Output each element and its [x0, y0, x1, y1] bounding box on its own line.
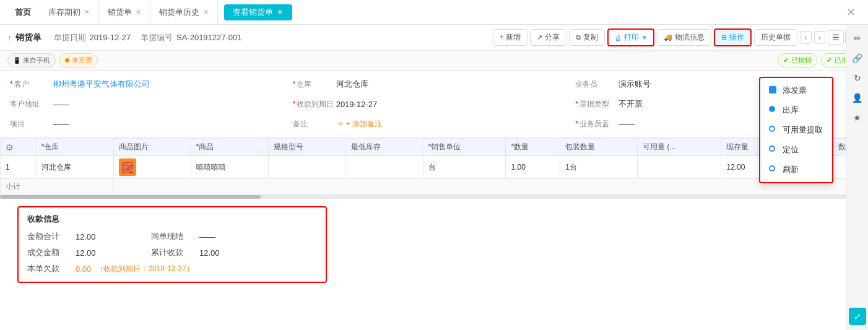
customer-addr-value: ——: [53, 100, 69, 109]
settings-icon[interactable]: ⚙: [6, 142, 14, 152]
tab-inventory-init-close[interactable]: ✕: [84, 8, 90, 16]
sidebar-link-button[interactable]: 🔗: [849, 50, 866, 67]
tab-home[interactable]: 首页: [6, 0, 40, 25]
ticket-type-value: 不开票: [618, 98, 643, 110]
cell-min-stock: [345, 156, 423, 179]
col-min-stock: 最低库存: [345, 139, 423, 156]
sidebar-rotate-button[interactable]: ↻: [849, 69, 866, 87]
main-area: ↑ 销货单 单据日期 2019-12-27 单据编号 SA-20191227-0…: [0, 25, 868, 330]
sidebar-edit-button[interactable]: ✏: [849, 30, 866, 47]
logistics-button[interactable]: 🚚 物流信息: [657, 29, 711, 46]
col-product: *商品: [191, 139, 268, 156]
share-button[interactable]: ↗ 分享: [530, 29, 566, 46]
product-image: 🧱: [119, 158, 136, 176]
payment-due-value: 2019-12-27: [336, 100, 378, 109]
balance-row: 本单欠款 0.00 （收款到期日：2019-12-27）: [27, 262, 275, 276]
form-meta-date: 单据日期 2019-12-27: [54, 32, 131, 43]
sidebar-star-button[interactable]: ★: [849, 109, 866, 126]
project-value: ——: [53, 119, 69, 129]
form-meta: 单据日期 2019-12-27 单据编号 SA-20191227-001: [54, 32, 493, 43]
locate-icon: [769, 145, 778, 154]
tab-sales-order-close[interactable]: ✕: [136, 8, 141, 16]
right-sidebar: ✏ 🔗 ↻ 👤 ★ ⤢: [846, 25, 868, 330]
print-button[interactable]: 🖨 打印 ▼: [607, 28, 654, 46]
cell-product-img: 🧱: [113, 156, 191, 179]
transaction-row: 成交金额 12.00: [27, 246, 151, 259]
balance-hint: （收款到期日：2019-12-27）: [96, 264, 193, 274]
view-list-button[interactable]: ☰: [828, 30, 844, 45]
cell-warehouse: 河北仓库: [36, 156, 113, 179]
form-fields: 客户 柳州粤港平安气体有限公司 仓库 河北仓库 业务员 演示账号 客户地址 ——…: [0, 71, 868, 137]
outbound-icon: [769, 106, 778, 115]
payment-info-box: 收款信息 金额合计 12.00 同单现结 —— 成交金额 12.00 累计收款 …: [17, 206, 327, 283]
refresh-icon: [769, 165, 778, 174]
customer-addr-field: 客户地址 ——: [10, 97, 293, 111]
remark-field: 备注 ＋ + 添加备注: [293, 116, 576, 131]
payment-grid: 金额合计 12.00 同单现结 —— 成交金额 12.00 累计收款 12.00…: [27, 230, 317, 276]
subtotal-label: 小计: [1, 179, 114, 195]
col-spec: 规格型号: [268, 139, 345, 156]
customer-value[interactable]: 柳州粤港平安气体有限公司: [53, 79, 150, 90]
dropdown-add-invoice[interactable]: 添发票: [760, 80, 832, 100]
not-opened-badge[interactable]: 未开票: [59, 53, 98, 67]
tab-bar: 首页 库存期初 ✕ 销货单 ✕ 销货单历史 ✕ 查看销货单 ✕ ✕: [0, 0, 868, 25]
warehouse-field: 仓库 河北仓库: [293, 77, 576, 92]
payment-due-field: 收款到期日 2019-12-27: [293, 97, 576, 111]
sidebar-user-button[interactable]: 👤: [849, 89, 866, 106]
cumulative-label: 累计收款: [151, 247, 194, 258]
cell-no: 1: [1, 156, 37, 179]
transaction-value: 12.00: [76, 248, 96, 258]
table-row: 1 河北仓库 🧱 嘻嘻嘻嘻 台 1.00 1台 12.00 0.: [1, 156, 868, 179]
cell-quantity: 1.00: [506, 156, 560, 179]
col-pack-qty: 包装数量: [560, 139, 638, 156]
scroll-indicator: [0, 195, 868, 199]
cell-pack-qty: 1台: [560, 156, 638, 179]
dropdown-available-qty[interactable]: 可用量提取: [760, 120, 832, 140]
form-meta-number: 单据编号 SA-20191227-001: [141, 32, 242, 43]
form-title-icon: ↑: [7, 33, 12, 42]
same-order-value: ——: [199, 232, 215, 241]
project-field: 项目 ——: [10, 116, 293, 131]
add-remark-button[interactable]: ＋ + 添加备注: [336, 118, 382, 129]
cell-product: 嘻嘻嘻嘻: [191, 156, 268, 179]
cell-spec: [268, 156, 345, 179]
cumulative-row: 累计收款 12.00: [151, 246, 275, 259]
scroll-thumb: [0, 195, 261, 199]
transaction-label: 成交金额: [27, 247, 71, 258]
nav-next[interactable]: ›: [814, 31, 825, 44]
col-sales-unit: *销售单位: [423, 139, 506, 156]
window-close-button[interactable]: ✕: [840, 6, 862, 19]
subtotal-row: 小计: [1, 179, 868, 195]
dropdown-outbound[interactable]: 出库: [760, 100, 832, 120]
tab-inventory-init[interactable]: 库存期初 ✕: [40, 0, 99, 25]
cell-sales-unit: 台: [423, 156, 506, 179]
new-button[interactable]: + 新增: [493, 29, 527, 46]
tab-sales-order[interactable]: 销货单 ✕: [99, 0, 150, 25]
tab-view-sales-order-close[interactable]: ✕: [277, 7, 284, 17]
operation-button[interactable]: ⊞ 操作: [714, 28, 752, 46]
form-header: ↑ 销货单 单据日期 2019-12-27 单据编号 SA-20191227-0…: [0, 25, 868, 51]
history-button[interactable]: 历史单据: [754, 29, 797, 46]
col-available: 可用量 (...: [638, 139, 721, 156]
verified-badge[interactable]: ✔ 已核销: [778, 53, 817, 67]
col-product-img: 商品图片: [113, 139, 191, 156]
tab-view-sales-order[interactable]: 查看销货单 ✕: [224, 4, 292, 20]
amount-total-value: 12.00: [76, 232, 96, 241]
sidebar-expand-button[interactable]: ⤢: [849, 308, 866, 325]
balance-label: 本单欠款: [27, 263, 71, 274]
customer-field: 客户 柳州粤港平安气体有限公司: [10, 77, 293, 92]
dropdown-locate[interactable]: 定位: [760, 140, 832, 160]
products-table: ⚙ *仓库 商品图片 *商品 规格型号 最低库存 *销售单位 *数量 包装数量 …: [0, 137, 868, 195]
add-invoice-icon: [769, 86, 778, 95]
cell-available: [638, 156, 721, 179]
tab-sales-history[interactable]: 销货单历史 ✕: [150, 0, 218, 25]
copy-button[interactable]: ⧉ 复制: [569, 29, 605, 46]
tab-sales-history-close[interactable]: ✕: [203, 8, 209, 16]
nav-prev[interactable]: ‹: [800, 31, 811, 44]
warehouse-value: 河北仓库: [336, 79, 368, 90]
dropdown-refresh[interactable]: 刷新: [760, 160, 832, 180]
col-warehouse: *仓库: [36, 139, 113, 156]
col-settings: ⚙: [1, 139, 37, 156]
same-order-label: 同单现结: [151, 231, 194, 242]
from-phone-badge[interactable]: 📱 来自手机: [7, 53, 56, 67]
